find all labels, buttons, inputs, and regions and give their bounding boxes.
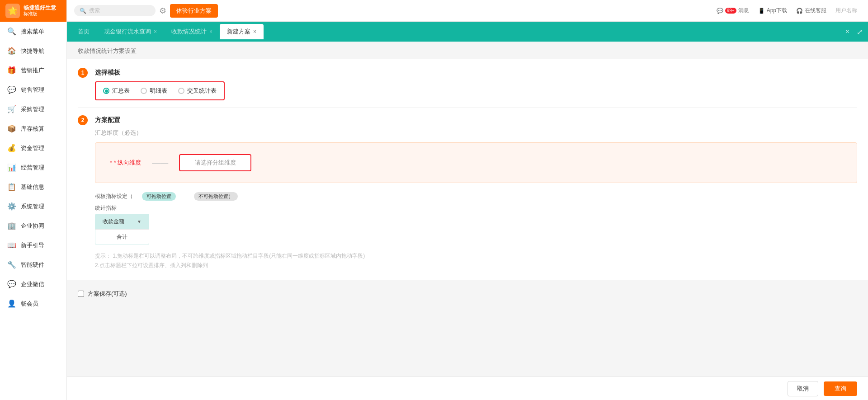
content-area: 收款情况统计方案设置 1 选择模板 汇总表 明细表: [67, 42, 868, 376]
metrics-col-header: 收款金额: [103, 218, 124, 226]
sidebar-item-label: 搜索菜单: [21, 28, 44, 36]
tab-new-plan[interactable]: 新建方案 ×: [220, 24, 264, 39]
step2-header: 2 方案配置: [78, 115, 857, 125]
step2-section: 2 方案配置 汇总维度（必选） * * 纵向维度 —— 请选择分组维度: [78, 115, 857, 269]
dimension-placeholder: 请选择分组维度: [195, 159, 236, 166]
sidebar-item-label: 资金管理: [21, 144, 44, 152]
logo-icon: 🌟: [5, 4, 20, 18]
radio-cross-label: 交叉统计表: [187, 87, 217, 95]
step1-number: 1: [78, 68, 88, 78]
form-panel: 1 选择模板 汇总表 明细表 交叉统计表: [67, 59, 868, 280]
step2-content: 汇总维度（必选） * * 纵向维度 —— 请选择分组维度: [95, 129, 857, 269]
service-btn[interactable]: 🎧 在线客服: [793, 5, 830, 16]
sidebar-item-label: 快捷导航: [21, 47, 44, 55]
sidebar-logo: 🌟 畅捷通好生意 标准版: [0, 0, 66, 22]
metrics-table-container: 统计指标 收款金额 ▼ 合计: [95, 204, 857, 245]
radio-cross-circle[interactable]: [178, 88, 184, 94]
tab-maximize-btn[interactable]: ⤢: [855, 26, 864, 38]
logo-badge: 标准版: [24, 11, 56, 17]
home-icon: 🏠: [7, 47, 16, 55]
sidebar-item-label: 系统管理: [21, 202, 44, 211]
sidebar-item-operations[interactable]: 📊 经营管理: [0, 158, 66, 177]
step1-header: 1 选择模板: [78, 68, 857, 78]
sidebar-item-basic-info[interactable]: 📋 基础信息: [0, 177, 66, 197]
sidebar: 🌟 畅捷通好生意 标准版 🔍 搜索菜单 🏠 快捷导航 🎁 营销推广 💬 销售管理…: [0, 0, 67, 400]
sidebar-item-smart-hardware[interactable]: 🔧 智能硬件: [0, 255, 66, 274]
sidebar-item-member[interactable]: 👤 畅会员: [0, 294, 66, 313]
radio-summary-circle[interactable]: [103, 88, 109, 94]
breadcrumb-text: 收款情况统计方案设置: [78, 47, 137, 54]
metrics-table-header: 收款金额 ▼: [95, 214, 149, 229]
sidebar-item-inventory[interactable]: 📦 库存核算: [0, 119, 66, 138]
template-options-box: 汇总表 明细表 交叉统计表: [95, 81, 225, 100]
radio-detail-circle[interactable]: [141, 88, 147, 94]
radio-cross[interactable]: 交叉统计表: [178, 87, 217, 95]
sidebar-item-sales[interactable]: 💬 销售管理: [0, 80, 66, 99]
beginner-icon: 📖: [7, 241, 16, 249]
sidebar-item-label: 销售管理: [21, 86, 44, 94]
required-star: *: [110, 159, 114, 166]
step1-section: 1 选择模板 汇总表 明细表 交叉统计表: [78, 68, 857, 100]
tip-2: 2.点击标题栏下拉可设置排序、插入列和删除列: [95, 262, 857, 269]
cancel-button[interactable]: 取消: [788, 381, 818, 396]
metrics-table: 收款金额 ▼ 合计: [95, 214, 149, 245]
search-icon: 🔍: [80, 8, 86, 14]
sidebar-item-finance[interactable]: 💰 资金管理: [0, 138, 66, 158]
sidebar-item-label: 库存核算: [21, 125, 44, 133]
finance-icon: 💰: [7, 144, 16, 152]
operations-icon: 📊: [7, 163, 16, 172]
tab-close-btn[interactable]: ×: [844, 26, 851, 38]
sidebar-item-search-menu[interactable]: 🔍 搜索菜单: [0, 22, 66, 41]
sidebar-item-system[interactable]: ⚙️ 系统管理: [0, 197, 66, 216]
download-btn[interactable]: 📱 App下载: [755, 5, 791, 16]
radio-detail[interactable]: 明细表: [141, 87, 167, 95]
divider1: [78, 108, 857, 108]
draggable-badge: 可拖动位置: [142, 192, 176, 201]
trial-btn[interactable]: 体验行业方案: [170, 4, 218, 18]
sidebar-item-enterprise[interactable]: 🏢 企业协同: [0, 216, 66, 235]
user-name[interactable]: 用户名称: [832, 5, 861, 16]
tab-bank-flow-close[interactable]: ×: [154, 28, 157, 35]
query-button[interactable]: 查询: [824, 381, 857, 396]
vertical-label-text: * 纵向维度: [114, 159, 142, 166]
enterprise-icon: 🏢: [7, 221, 16, 230]
notification-icon: 💬: [717, 8, 723, 14]
sidebar-item-beginner[interactable]: 📖 新手引导: [0, 235, 66, 255]
sidebar-item-label: 企业协同: [21, 222, 44, 230]
settings-icon[interactable]: ⚙: [159, 6, 166, 16]
sidebar-item-purchase[interactable]: 🛒 采购管理: [0, 99, 66, 119]
chevron-down-icon[interactable]: ▼: [137, 219, 142, 224]
tabs-bar: 首页 现金银行流水查询 × 收款情况统计 × 新建方案 × × ⤢: [67, 22, 868, 42]
sidebar-item-quick-nav[interactable]: 🏠 快捷导航: [0, 41, 66, 61]
tab-new-plan-close[interactable]: ×: [253, 28, 256, 35]
header-search-box[interactable]: 🔍 搜索: [74, 5, 156, 16]
sidebar-item-label: 企业微信: [21, 280, 44, 288]
sidebar-item-label: 新手引导: [21, 241, 44, 249]
download-icon: 📱: [758, 8, 765, 14]
notification-btn[interactable]: 💬 99+ 消息: [713, 5, 753, 16]
footer: 取消 查询: [67, 376, 868, 400]
tab-receipt-stats-close[interactable]: ×: [209, 28, 212, 35]
dimension-select[interactable]: 请选择分组维度: [179, 154, 251, 171]
tab-new-plan-label: 新建方案: [227, 28, 250, 36]
step1-label: 选择模板: [95, 69, 120, 77]
sidebar-item-wechat[interactable]: 💬 企业微信: [0, 274, 66, 294]
tab-bank-flow[interactable]: 现金银行流水查询 ×: [97, 24, 164, 39]
search-menu-icon: 🔍: [7, 27, 16, 36]
metrics-label: 模板指标设定（ 可拖动位置 不可拖动位置）: [95, 192, 857, 201]
non-draggable-badge: 不可拖动位置）: [194, 192, 238, 201]
tab-receipt-stats[interactable]: 收款情况统计 ×: [164, 24, 220, 39]
sidebar-item-marketing[interactable]: 🎁 营销推广: [0, 61, 66, 80]
download-label: App下载: [767, 7, 787, 14]
marketing-icon: 🎁: [7, 66, 16, 75]
logo-text: 畅捷通好生意: [24, 5, 56, 11]
tab-receipt-stats-label: 收款情况统计: [171, 28, 207, 36]
metrics-section: 模板指标设定（ 可拖动位置 不可拖动位置） 统计指标 收款金额: [95, 192, 857, 245]
stats-label-area: 统计指标 收款金额 ▼ 合计: [95, 204, 149, 245]
radio-summary[interactable]: 汇总表: [103, 87, 130, 95]
sidebar-item-label: 经营管理: [21, 164, 44, 172]
purchase-icon: 🛒: [7, 105, 16, 113]
save-checkbox[interactable]: [78, 291, 84, 297]
dimension-title: 汇总维度（必选）: [95, 129, 857, 137]
tab-home[interactable]: 首页: [71, 24, 97, 39]
